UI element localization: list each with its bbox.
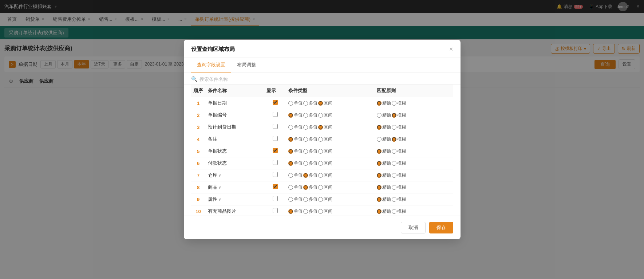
type-radio-multi[interactable]: 多值 [303, 124, 317, 130]
display-checkbox[interactable] [273, 184, 278, 189]
type-radio-single[interactable]: 单值 [288, 148, 303, 154]
row-display[interactable] [264, 205, 286, 216]
search-input[interactable] [199, 76, 272, 82]
display-checkbox[interactable] [273, 124, 278, 129]
type-radio-multi[interactable]: 多值 [303, 208, 317, 215]
type-radio-single[interactable]: 单值 [288, 112, 303, 118]
row-type: 单值多值区间 [286, 145, 375, 157]
dialog-tab-query-fields[interactable]: 查询字段设置 [191, 58, 231, 72]
type-radio-multi[interactable]: 多值 [303, 100, 317, 106]
row-match: 精确模糊 [375, 193, 453, 205]
type-radio-multi[interactable]: 多值 [303, 136, 317, 142]
row-match: 精确模糊 [375, 109, 453, 121]
display-checkbox[interactable] [273, 100, 278, 105]
row-order: 4 [191, 133, 206, 145]
match-radio-exact[interactable]: 精确 [377, 172, 391, 178]
match-radio-fuzzy[interactable]: 模糊 [392, 184, 406, 190]
row-match: 精确模糊 [375, 97, 453, 109]
type-radio-single[interactable]: 单值 [288, 124, 303, 130]
match-radio-exact[interactable]: 精确 [377, 184, 391, 190]
match-radio-exact[interactable]: 精确 [377, 196, 391, 203]
type-radio-range[interactable]: 区间 [318, 208, 332, 215]
row-display[interactable] [264, 109, 286, 119]
type-radio-multi[interactable]: 多值 [303, 112, 317, 118]
match-radio-fuzzy[interactable]: 模糊 [392, 148, 406, 154]
dialog-footer: 取消 保存 [184, 216, 461, 239]
type-radio-multi[interactable]: 多值 [303, 184, 317, 190]
match-radio-fuzzy[interactable]: 模糊 [392, 124, 406, 130]
type-radio-range[interactable]: 区间 [318, 148, 332, 154]
row-order: 5 [191, 145, 206, 157]
type-radio-multi[interactable]: 多值 [303, 172, 317, 178]
row-display[interactable] [264, 121, 286, 131]
row-display[interactable] [264, 157, 286, 168]
match-radio-fuzzy[interactable]: 模糊 [392, 160, 406, 166]
match-radio-fuzzy[interactable]: 模糊 [392, 196, 406, 203]
type-radio-multi[interactable]: 多值 [303, 148, 317, 154]
display-checkbox[interactable] [273, 112, 278, 117]
col-display: 显示 [264, 85, 286, 97]
row-display[interactable] [264, 133, 286, 144]
settings-dialog: 设置查询区域布局 × 查询字段设置 布局调整 🔍 [184, 40, 461, 239]
type-radio-single[interactable]: 单值 [288, 100, 303, 106]
display-checkbox[interactable] [273, 208, 278, 213]
match-radio-exact[interactable]: 精确 [377, 208, 391, 215]
match-radio-exact[interactable]: 精确 [377, 100, 391, 106]
type-radio-single[interactable]: 单值 [288, 136, 303, 142]
type-radio-range[interactable]: 区间 [318, 136, 332, 142]
match-radio-fuzzy[interactable]: 模糊 [392, 208, 406, 215]
row-type: 单值多值区间 [286, 157, 375, 169]
dialog-tab-layout[interactable]: 布局调整 [231, 58, 262, 72]
match-radio-exact[interactable]: 精确 [377, 136, 391, 142]
match-radio-fuzzy[interactable]: 模糊 [392, 136, 406, 142]
type-radio-range[interactable]: 区间 [318, 172, 332, 178]
match-radio-exact[interactable]: 精确 [377, 112, 391, 118]
row-name: 属性 ∨ [206, 193, 265, 205]
row-display[interactable] [264, 193, 286, 204]
type-radio-range[interactable]: 区间 [318, 124, 332, 130]
type-radio-range[interactable]: 区间 [318, 112, 332, 118]
cancel-button[interactable]: 取消 [401, 222, 426, 233]
row-type: 单值多值区间 [286, 133, 375, 145]
row-display[interactable] [264, 145, 286, 156]
match-radio-exact[interactable]: 精确 [377, 124, 391, 130]
type-radio-multi[interactable]: 多值 [303, 196, 317, 203]
row-display[interactable] [264, 169, 286, 180]
type-radio-single[interactable]: 单值 [288, 172, 303, 178]
type-radio-single[interactable]: 单值 [288, 160, 303, 166]
row-type: 单值多值区间 [286, 205, 375, 216]
dialog-tabs: 查询字段设置 布局调整 [184, 58, 461, 72]
type-radio-single[interactable]: 单值 [288, 208, 303, 215]
row-display[interactable] [264, 97, 286, 107]
type-radio-range[interactable]: 区间 [318, 100, 332, 106]
row-name: 有无商品图片 [206, 205, 265, 216]
table-row: 8商品 ∨单值多值区间精确模糊 [191, 181, 453, 193]
dialog-close-button[interactable]: × [449, 46, 453, 53]
type-radio-range[interactable]: 区间 [318, 196, 332, 203]
display-checkbox[interactable] [273, 196, 278, 201]
match-radio-exact[interactable]: 精确 [377, 160, 391, 166]
display-checkbox[interactable] [273, 172, 278, 177]
settings-table: 顺序 条件名称 显示 条件类型 [184, 85, 461, 216]
type-radio-range[interactable]: 区间 [318, 184, 332, 190]
type-radio-multi[interactable]: 多值 [303, 160, 317, 166]
match-radio-fuzzy[interactable]: 模糊 [392, 172, 406, 178]
row-type: 单值多值区间 [286, 181, 375, 193]
row-order: 7 [191, 169, 206, 181]
display-checkbox[interactable] [273, 148, 278, 153]
table-row: 7仓库 ∨单值多值区间精确模糊 [191, 169, 453, 181]
type-radio-single[interactable]: 单值 [288, 196, 303, 203]
table-row: 3预计到货日期单值多值区间精确模糊 [191, 121, 453, 133]
type-radio-range[interactable]: 区间 [318, 160, 332, 166]
match-radio-fuzzy[interactable]: 模糊 [392, 112, 406, 118]
display-checkbox[interactable] [273, 136, 278, 141]
row-match: 精确模糊 [375, 181, 453, 193]
display-checkbox[interactable] [273, 160, 278, 165]
type-radio-single[interactable]: 单值 [288, 184, 303, 190]
row-match: 精确模糊 [375, 121, 453, 133]
save-button[interactable]: 保存 [429, 222, 453, 233]
match-radio-fuzzy[interactable]: 模糊 [392, 100, 406, 106]
row-match: 精确模糊 [375, 157, 453, 169]
row-display[interactable] [264, 181, 286, 192]
match-radio-exact[interactable]: 精确 [377, 148, 391, 154]
